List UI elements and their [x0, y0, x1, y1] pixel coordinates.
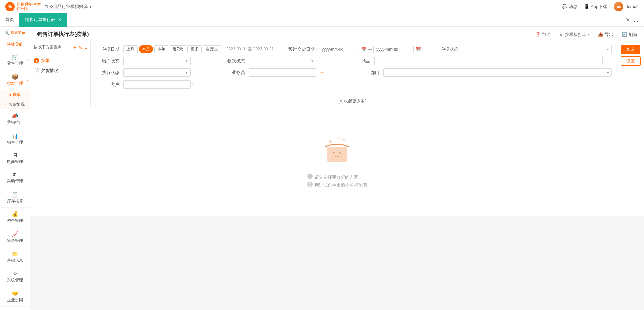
customer-input-group: ···	[123, 80, 200, 89]
goods-input[interactable]	[374, 57, 603, 65]
tip-item-2: 2 用过滤条件来缩小分析范围	[307, 181, 367, 189]
close-window-button[interactable]: ✕	[626, 17, 630, 23]
exec-status-select[interactable]	[123, 68, 191, 77]
scheme-edit-button[interactable]: ✎	[78, 45, 82, 50]
dept-select[interactable]	[383, 68, 612, 77]
exec-status-select-wrapper	[123, 68, 191, 77]
retail-icon: 🛒	[12, 54, 18, 60]
table-area: 1 请先选择要分析的方案 2 用过滤条件来缩小分析范围	[30, 106, 644, 216]
header-title[interactable]: 办公用品行业模拟账套 ▾	[44, 4, 92, 10]
empty-illustration	[320, 133, 354, 167]
sidebar-search[interactable]: 🔍 搜索菜单	[0, 27, 30, 39]
date-range-separator: —	[368, 47, 372, 52]
collection-status-select[interactable]	[249, 57, 316, 65]
expected-date-end[interactable]	[373, 46, 414, 53]
sidebar-quick-nav[interactable]: 快捷导航	[0, 39, 30, 50]
sidebar-item-basic[interactable]: 📁 基础信息	[0, 247, 30, 267]
message-action[interactable]: 💬 消息	[562, 4, 577, 10]
page-title: 销售订单执行表(按单)	[37, 31, 89, 38]
sidebar-item-ecommerce[interactable]: 🖥 电商管理	[0, 149, 30, 168]
date-btn-this-year[interactable]: 本年	[154, 45, 168, 53]
doc-status-select[interactable]	[463, 45, 612, 53]
customer-input[interactable]	[123, 80, 191, 89]
scheme-item-按单[interactable]: ● 按单	[30, 56, 90, 66]
scheme-panel-actions: + ✎ «	[73, 45, 87, 50]
svg-point-2	[329, 140, 332, 143]
sidebar-item-sales[interactable]: 📊 销售管理	[0, 129, 30, 149]
submenu-item-欠货情况[interactable]: ○ 欠货情况	[0, 100, 30, 109]
customer-dots-button[interactable]: ···	[191, 82, 200, 88]
sidebar-item-inventory[interactable]: 📋 库存核算	[0, 188, 30, 208]
goods-label: 商品	[347, 58, 370, 64]
salesperson-dots-button[interactable]: ···	[316, 70, 325, 76]
sidebar-item-enterprise[interactable]: 🤝 企业协同	[0, 287, 30, 307]
tab-sales-order-exec[interactable]: 销售订单执行表 ✕	[19, 13, 67, 27]
date-range-text: 2023-03-01 至 2023-03-31	[226, 46, 274, 52]
sidebar-item-finance[interactable]: 💰 资金管理	[0, 208, 30, 227]
tip-num-1: 1	[307, 174, 313, 179]
sidebar-item-operation[interactable]: 📈 经营管理	[0, 227, 30, 247]
scheme-collapse-button[interactable]: «	[84, 45, 87, 50]
inventory-icon: 📋	[12, 191, 18, 198]
enterprise-icon: 🤝	[12, 290, 18, 297]
avatar: Ea	[614, 2, 623, 11]
maximize-button[interactable]: ⛶	[633, 17, 639, 23]
wholesale-submenu: ● 按单 ○ 欠货情况	[0, 90, 30, 109]
date-btn-7days[interactable]: 近7天	[170, 45, 186, 53]
scheme-item-欠货情况[interactable]: ○ 欠货情况	[30, 66, 90, 76]
sidebar-item-retail[interactable]: 🛒 零售管理 ▾	[0, 50, 30, 70]
print-action[interactable]: 🖨 按模板打印 ▾	[559, 32, 590, 38]
goods-input-group: ···	[374, 57, 612, 65]
export-action[interactable]: 📤 导出	[598, 32, 613, 38]
sidebar-item-guide[interactable]: 🎯 新手引导	[0, 307, 30, 310]
sidebar-item-marketing[interactable]: 📣 营销推广	[0, 109, 30, 129]
page-header: 销售订单执行表(按单) ❓ 帮助 🖨 按模板打印 ▾ 📤 导出	[30, 27, 644, 41]
refresh-action[interactable]: 🔄 刷新	[622, 32, 637, 38]
scheme-dot-sub: ○	[34, 68, 39, 73]
system-icon: ⚙	[13, 270, 17, 277]
operation-icon: 📈	[12, 231, 18, 237]
doc-status-select-wrapper	[463, 45, 612, 53]
scheme-panel: 按以下方案查询 + ✎ « ● 按单 ○ 欠货情况	[30, 41, 91, 106]
logo-area: 畅 畅捷通好生意 标准版	[5, 2, 41, 11]
app-download-action[interactable]: 📱 App下载	[584, 4, 607, 10]
out-status-select[interactable]	[123, 57, 191, 65]
cal-icon-start: 📅	[361, 47, 366, 52]
out-status-select-wrapper	[123, 57, 191, 65]
scheme-add-button[interactable]: +	[73, 45, 76, 50]
tab-close-button[interactable]: ✕	[58, 17, 61, 22]
search-button[interactable]: 查询	[621, 45, 640, 54]
scheme-panel-header: 按以下方案查询 + ✎ «	[30, 44, 90, 53]
empty-state: 1 请先选择要分析的方案 2 用过滤条件来缩小分析范围	[30, 106, 644, 216]
print-icon: 🖨	[559, 32, 564, 37]
tab-bar-actions: ✕ ⛶	[626, 17, 644, 23]
logo-icon: 畅	[5, 2, 15, 11]
doc-status-label: 单据状态	[435, 46, 459, 52]
filter-row-1: 单据日期 上月 本月 本年 近7天 更多 自定义 2023-03-01 至 20…	[96, 45, 612, 53]
collapse-more-button[interactable]: ⋀ 收起更多条件	[91, 96, 617, 106]
help-action[interactable]: ❓ 帮助	[535, 32, 551, 38]
collection-status-select-wrapper	[249, 57, 316, 65]
sidebar-item-wholesale[interactable]: 📦 批发管理 ▴	[0, 70, 30, 90]
divider-1	[555, 32, 555, 37]
date-btn-more[interactable]: 更多	[187, 45, 202, 53]
print-dropdown-icon: ▾	[588, 33, 590, 36]
filter-row-3: 执行状态 业务员 ··· 部门	[96, 68, 612, 77]
svg-point-5	[333, 152, 335, 154]
radio-icon-2: ○	[5, 102, 7, 107]
salesperson-input-group: ···	[249, 68, 325, 77]
submenu-item-按单[interactable]: ● 按单	[0, 90, 30, 100]
goods-dots-button[interactable]: ···	[603, 58, 612, 64]
tab-home[interactable]: 首页	[0, 13, 19, 27]
set-button[interactable]: 设置	[621, 56, 641, 66]
sidebar-item-system[interactable]: ⚙ 系统管理	[0, 267, 30, 287]
user-action[interactable]: Ea demo2	[614, 2, 639, 11]
date-btn-this-month[interactable]: 本月	[139, 45, 153, 53]
date-btn-last-month[interactable]: 上月	[123, 45, 138, 53]
salesperson-input[interactable]	[249, 68, 316, 77]
expected-date-start[interactable]	[319, 46, 359, 53]
date-label: 单据日期	[96, 46, 119, 52]
date-btn-custom[interactable]: 自定义	[203, 45, 221, 53]
sidebar-item-purchase[interactable]: 🛍 采购管理	[0, 168, 30, 188]
radio-icon: ●	[9, 92, 11, 97]
